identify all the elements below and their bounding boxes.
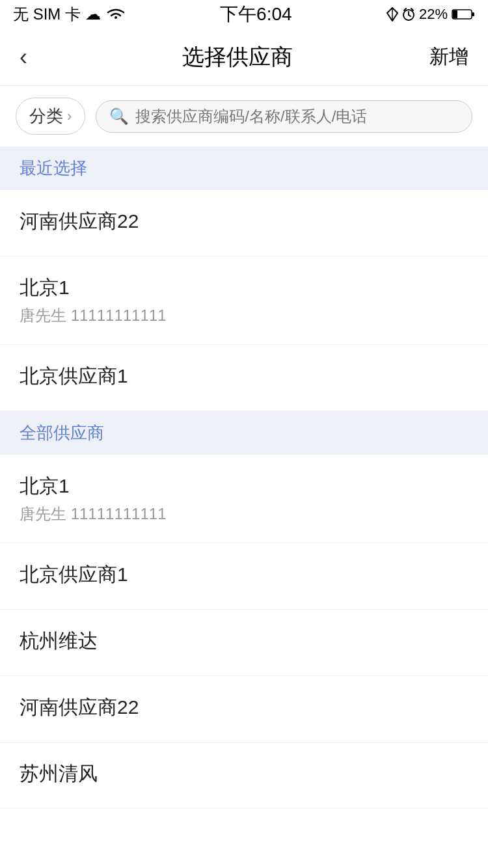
list-item[interactable]: 北京供应商1 bbox=[0, 543, 488, 610]
item-name: 河南供应商22 bbox=[20, 208, 468, 235]
item-name: 北京1 bbox=[20, 473, 468, 500]
status-time: 下午6:04 bbox=[220, 2, 292, 27]
list-item[interactable]: 北京供应商1 bbox=[0, 345, 488, 411]
no-sim-label: 无 SIM 卡 ☁ bbox=[13, 4, 101, 25]
svg-rect-8 bbox=[453, 10, 457, 18]
item-name: 北京1 bbox=[20, 275, 468, 301]
add-button[interactable]: 新增 bbox=[416, 44, 468, 70]
list-item[interactable]: 苏州清风 bbox=[0, 742, 488, 809]
status-right: 22% bbox=[386, 6, 475, 23]
list-item[interactable]: 河南供应商22 bbox=[0, 190, 488, 256]
location-icon bbox=[386, 7, 398, 21]
nav-bar: ‹ 选择供应商 新增 bbox=[0, 29, 488, 86]
wifi-icon bbox=[106, 7, 126, 21]
list-item[interactable]: 北京1唐先生 11111111111 bbox=[0, 256, 488, 345]
item-detail: 唐先生 11111111111 bbox=[20, 504, 468, 524]
battery-label: 22% bbox=[419, 6, 448, 23]
alarm-icon bbox=[402, 7, 415, 21]
item-name: 苏州清风 bbox=[20, 761, 468, 787]
page-title: 选择供应商 bbox=[182, 42, 293, 72]
recent-section-header: 最近选择 bbox=[0, 146, 488, 190]
item-name: 北京供应商1 bbox=[20, 562, 468, 588]
svg-line-3 bbox=[409, 15, 411, 16]
search-input[interactable] bbox=[135, 107, 459, 126]
search-box[interactable]: 🔍 bbox=[96, 100, 472, 133]
back-button[interactable]: ‹ bbox=[20, 44, 59, 71]
status-left: 无 SIM 卡 ☁ bbox=[13, 4, 126, 25]
all-section-header: 全部供应商 bbox=[0, 411, 488, 455]
chevron-right-icon: › bbox=[67, 108, 72, 125]
category-label: 分类 bbox=[29, 105, 63, 128]
list-item[interactable]: 北京1唐先生 11111111111 bbox=[0, 455, 488, 543]
item-detail: 唐先生 11111111111 bbox=[20, 305, 468, 326]
all-list: 北京1唐先生 11111111111北京供应商1杭州维达河南供应商22苏州清风 bbox=[0, 455, 488, 809]
category-button[interactable]: 分类 › bbox=[16, 98, 85, 135]
item-name: 北京供应商1 bbox=[20, 363, 468, 390]
svg-rect-7 bbox=[472, 12, 474, 16]
recent-list: 河南供应商22北京1唐先生 11111111111北京供应商1 bbox=[0, 190, 488, 411]
status-bar: 无 SIM 卡 ☁ 下午6:04 22% bbox=[0, 0, 488, 29]
battery-icon bbox=[452, 8, 475, 20]
search-icon: 🔍 bbox=[109, 107, 129, 126]
all-label: 全部供应商 bbox=[20, 423, 104, 442]
list-item[interactable]: 杭州维达 bbox=[0, 610, 488, 676]
recent-label: 最近选择 bbox=[20, 158, 87, 178]
item-name: 河南供应商22 bbox=[20, 694, 468, 721]
list-item[interactable]: 河南供应商22 bbox=[0, 676, 488, 742]
item-name: 杭州维达 bbox=[20, 628, 468, 655]
filter-row: 分类 › 🔍 bbox=[0, 86, 488, 146]
